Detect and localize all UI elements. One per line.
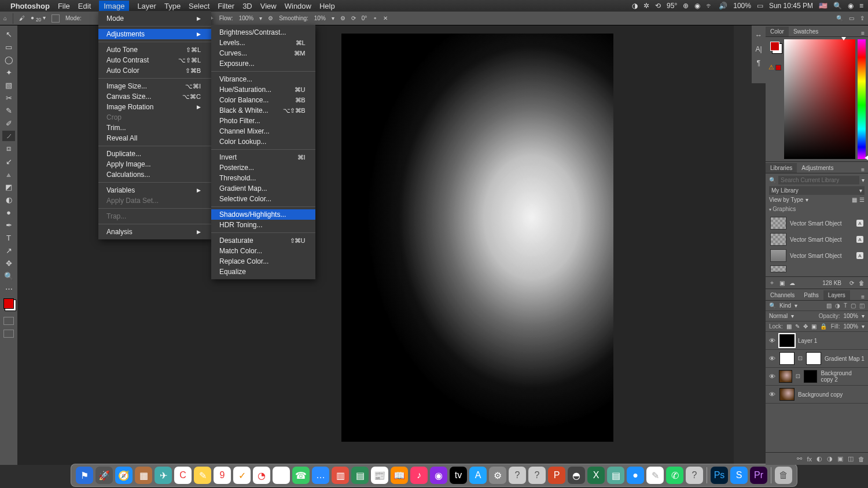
wifi-icon[interactable]: ᯤ bbox=[706, 2, 713, 10]
dock-app[interactable]: ⚙ bbox=[489, 467, 506, 484]
menu-item[interactable]: Invert⌘I bbox=[211, 152, 315, 162]
layer-row[interactable]: 👁Background copy bbox=[766, 386, 868, 404]
group-icon[interactable]: ▣ bbox=[837, 455, 843, 463]
tab-libraries[interactable]: Libraries bbox=[766, 163, 797, 173]
tool-15[interactable]: ✒ bbox=[2, 220, 15, 230]
qmask[interactable] bbox=[3, 317, 14, 325]
menu-item[interactable]: Mode▶ bbox=[98, 13, 211, 24]
menu-item[interactable]: Equalize bbox=[211, 267, 315, 277]
tool-6[interactable]: ✎ bbox=[2, 105, 15, 116]
menu-3d[interactable]: 3D bbox=[242, 2, 252, 10]
menu-item[interactable]: Levels...⌘L bbox=[211, 38, 315, 48]
library-item[interactable]: Vector Smart ObjectA bbox=[769, 215, 865, 231]
tab-paths[interactable]: Paths bbox=[799, 290, 823, 300]
dock-app[interactable]: ◔ bbox=[253, 467, 270, 484]
tool-5[interactable]: ✂ bbox=[2, 93, 15, 103]
dock-app[interactable]: ▤ bbox=[607, 467, 624, 484]
menu-item[interactable]: Color Balance...⌘B bbox=[211, 95, 315, 105]
dock-app[interactable]: ⚑ bbox=[76, 467, 93, 484]
lock-transparent-icon[interactable]: ▦ bbox=[786, 323, 792, 330]
dock-app[interactable]: ? bbox=[509, 467, 526, 484]
tool-7[interactable]: ✐ bbox=[2, 118, 15, 128]
menu-help[interactable]: Help bbox=[319, 2, 335, 10]
menu-item[interactable]: Auto Tone⇧⌘L bbox=[98, 45, 211, 55]
dock-app[interactable]: X bbox=[587, 467, 605, 484]
menu-item[interactable]: Channel Mixer... bbox=[211, 126, 315, 136]
tool-0[interactable]: ↖ bbox=[2, 29, 15, 39]
dock-app[interactable]: 🚀 bbox=[95, 467, 113, 484]
menu-item[interactable]: Canvas Size...⌥⌘C bbox=[98, 91, 211, 102]
menu-item[interactable]: Gradient Map... bbox=[211, 183, 315, 194]
filter-adjust-icon[interactable]: ◑ bbox=[835, 302, 840, 309]
tab-color[interactable]: Color bbox=[766, 27, 789, 36]
paragraph-icon[interactable]: ¶ bbox=[757, 59, 760, 67]
dock-app[interactable]: ✆ bbox=[666, 467, 683, 484]
dock-app[interactable]: 📖 bbox=[391, 467, 408, 484]
dock-app[interactable]: ◓ bbox=[568, 467, 585, 484]
tool-3[interactable]: ✦ bbox=[2, 67, 15, 77]
dock-app[interactable]: ✓ bbox=[233, 467, 251, 484]
flag-icon[interactable]: 🇺🇸 bbox=[819, 2, 827, 10]
library-section[interactable]: Graphics bbox=[769, 205, 865, 213]
menu-item[interactable]: Hue/Saturation...⌘U bbox=[211, 84, 315, 95]
panel-menu-icon[interactable]: ≡ bbox=[858, 167, 868, 173]
volume-icon[interactable]: 🔊 bbox=[719, 2, 727, 10]
tool-11[interactable]: ⟁ bbox=[2, 169, 15, 179]
dock-app[interactable]: Ps bbox=[711, 467, 728, 484]
menu-item[interactable]: Replace Color... bbox=[211, 256, 315, 267]
list-view-icon[interactable]: ☰ bbox=[859, 197, 865, 203]
menu-filter[interactable]: Filter bbox=[218, 2, 234, 10]
menu-edit[interactable]: Edit bbox=[78, 2, 91, 10]
visibility-icon[interactable]: 👁 bbox=[769, 373, 775, 380]
home-icon[interactable]: ⌂ bbox=[3, 15, 7, 21]
menu-item[interactable]: Calculations... bbox=[98, 169, 211, 180]
mask-icon[interactable]: ◐ bbox=[816, 455, 822, 463]
dock-app[interactable]: ▥ bbox=[332, 467, 349, 484]
folder-icon[interactable]: ▣ bbox=[779, 280, 785, 286]
menu-item[interactable]: Reveal All bbox=[98, 133, 211, 143]
filter-smart-icon[interactable]: ◫ bbox=[859, 302, 865, 309]
tab-channels[interactable]: Channels bbox=[766, 290, 799, 300]
status-icon[interactable]: ✲ bbox=[643, 2, 649, 10]
blend-mode[interactable]: Normal bbox=[769, 313, 788, 319]
menu-item[interactable]: Photo Filter... bbox=[211, 116, 315, 126]
layer-thumb[interactable] bbox=[779, 334, 795, 347]
brush-tool-icon[interactable]: 🖌 bbox=[19, 15, 25, 21]
menu-item[interactable]: Threshold... bbox=[211, 173, 315, 183]
dock-app[interactable]: P bbox=[548, 467, 565, 484]
dock-app[interactable]: ● bbox=[627, 467, 644, 484]
visibility-icon[interactable]: 👁 bbox=[769, 355, 776, 362]
kind-label[interactable]: Kind bbox=[779, 302, 791, 309]
menu-item[interactable]: Color Lookup... bbox=[211, 136, 315, 147]
tool-8[interactable]: ⟋ bbox=[2, 131, 15, 141]
layer-row[interactable]: 👁⚀Gradient Map 1 bbox=[766, 350, 868, 368]
tool-19[interactable]: 🔍 bbox=[2, 271, 15, 281]
menu-item[interactable]: Curves...⌘M bbox=[211, 48, 315, 58]
smooth-value[interactable]: 10% bbox=[314, 15, 326, 21]
dock-app[interactable]: 🗑 bbox=[775, 467, 792, 484]
fx-icon[interactable]: fx bbox=[807, 456, 812, 463]
rotation-value[interactable]: 0° bbox=[362, 15, 367, 21]
tab-swatches[interactable]: Swatches bbox=[789, 27, 823, 36]
siri-icon[interactable]: ◉ bbox=[848, 2, 854, 10]
menu-item[interactable]: Trim... bbox=[98, 123, 211, 133]
layer-mask-thumb[interactable] bbox=[804, 370, 817, 383]
dock-app[interactable]: ? bbox=[528, 467, 546, 484]
dock-app[interactable]: 📰 bbox=[371, 467, 388, 484]
flow-value[interactable]: 100% bbox=[239, 15, 254, 21]
filter-pixel-icon[interactable]: ▧ bbox=[826, 302, 832, 309]
menu-item[interactable]: HDR Toning... bbox=[211, 220, 315, 230]
library-dropdown[interactable]: My Library▾ bbox=[769, 186, 865, 195]
dock-app[interactable]: … bbox=[312, 467, 329, 484]
layer-name[interactable]: Background copy bbox=[798, 391, 843, 398]
tool-2[interactable]: ◯ bbox=[2, 54, 15, 65]
menu-item[interactable]: Auto Color⇧⌘B bbox=[98, 65, 211, 76]
tool-12[interactable]: ◩ bbox=[2, 182, 15, 192]
panel-menu-icon[interactable]: ≡ bbox=[858, 30, 868, 36]
dock-app[interactable]: ▤ bbox=[351, 467, 369, 484]
layer-row[interactable]: 👁Layer 1 bbox=[766, 332, 868, 350]
tool-14[interactable]: ● bbox=[2, 207, 15, 217]
menu-item[interactable]: Selective Color... bbox=[211, 194, 315, 204]
brush-preset[interactable]: ● 20 ▾ bbox=[31, 14, 46, 23]
menu-type[interactable]: Type bbox=[164, 2, 181, 10]
